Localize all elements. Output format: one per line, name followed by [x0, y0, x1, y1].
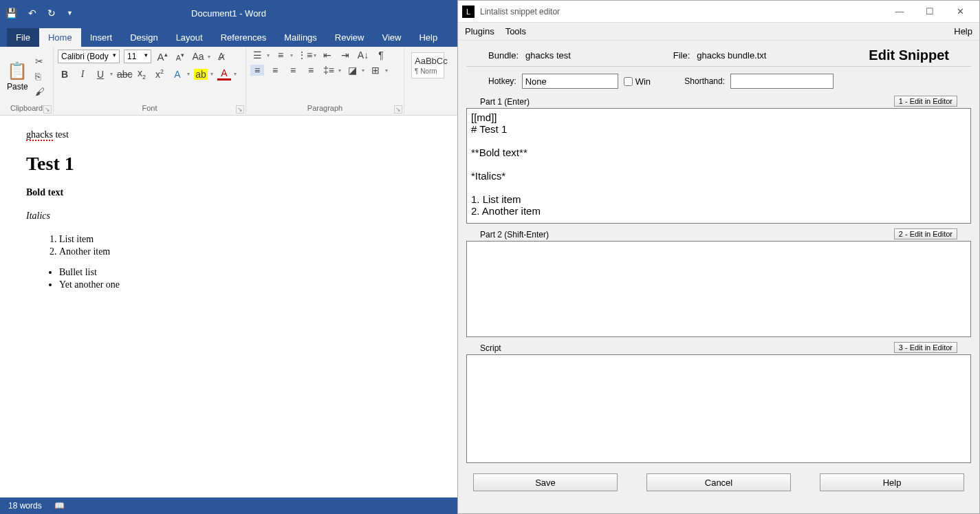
doc-line: ghacks test	[26, 129, 431, 140]
cut-icon[interactable]: ✂	[35, 56, 45, 67]
part2-section: Part 2 (Shift-Enter) 2 - Edit in Editor	[466, 228, 971, 339]
font-color-button[interactable]: A	[217, 67, 231, 81]
clear-format-icon[interactable]: A̷	[215, 51, 228, 62]
shading-button[interactable]: ◪	[345, 65, 359, 76]
underline-button[interactable]: U	[94, 69, 107, 80]
list-item: Another item	[59, 246, 431, 257]
lintalist-titlebar: L Lintalist snippet editor — ☐ ✕	[458, 1, 979, 23]
lintalist-menubar: Plugins Tools Help	[458, 23, 979, 41]
superscript-button[interactable]: x2	[153, 68, 166, 80]
ribbon-group-styles: AaBbCc ¶ Norm	[404, 47, 447, 115]
lintalist-header: Bundle: ghacks test File: ghacks bundle.…	[466, 41, 971, 67]
script-edit-button[interactable]: 3 - Edit in Editor	[894, 342, 957, 353]
list-item: Bullet list	[59, 267, 431, 278]
doc-heading: Test 1	[26, 153, 431, 175]
font-name-select[interactable]: Calibri (Body▾	[58, 50, 120, 63]
tab-view[interactable]: View	[373, 28, 410, 47]
word-document[interactable]: ghacks test Test 1 Bold text Italics Lis…	[0, 116, 457, 497]
cancel-button[interactable]: Cancel	[646, 473, 791, 491]
minimize-button[interactable]: —	[884, 2, 915, 21]
menu-plugins[interactable]: Plugins	[465, 26, 494, 36]
menu-help[interactable]: Help	[954, 26, 972, 36]
hotkey-input[interactable]	[522, 74, 618, 89]
font-launcher-icon[interactable]: ↘	[236, 105, 244, 114]
tab-layout[interactable]: Layout	[167, 28, 212, 47]
text-effects-button[interactable]: A	[171, 69, 184, 80]
file-label: File:	[673, 50, 690, 61]
align-right-button[interactable]: ≡	[286, 65, 300, 76]
list-item: Yet another one	[59, 279, 431, 290]
doc-bold-text: Bold text	[26, 187, 431, 198]
style-normal[interactable]: AaBbCc ¶ Norm	[411, 52, 444, 78]
font-size-select[interactable]: 11▾	[124, 50, 151, 63]
tab-file[interactable]: File	[7, 28, 39, 47]
word-titlebar: 💾 ↶ ↻ ▼ Document1 - Word	[0, 0, 457, 26]
part1-edit-button[interactable]: 1 - Edit in Editor	[894, 96, 957, 107]
paste-button[interactable]: 📋 Paste	[4, 60, 31, 93]
clipboard-launcher-icon[interactable]: ↘	[43, 105, 52, 114]
doc-italic-text: Italics	[26, 211, 431, 222]
part1-textarea[interactable]	[466, 108, 971, 224]
save-button[interactable]: Save	[473, 473, 618, 491]
bold-button[interactable]: B	[58, 69, 72, 80]
menu-tools[interactable]: Tools	[505, 26, 526, 36]
part1-section: Part 1 (Enter) 1 - Edit in Editor	[466, 96, 971, 226]
script-section: Script 3 - Edit in Editor	[466, 342, 971, 465]
maximize-button[interactable]: ☐	[915, 2, 945, 21]
borders-button[interactable]: ⊞	[369, 65, 382, 76]
tab-insert[interactable]: Insert	[81, 28, 122, 47]
line-spacing-button[interactable]: ‡≡	[322, 65, 336, 76]
justify-button[interactable]: ≡	[304, 65, 318, 76]
help-button[interactable]: Help	[820, 473, 964, 491]
edit-snippet-heading: Edit Snippet	[869, 47, 949, 63]
tab-references[interactable]: References	[212, 28, 275, 47]
part2-edit-button[interactable]: 2 - Edit in Editor	[894, 228, 957, 239]
part1-label: Part 1 (Enter)	[480, 97, 530, 107]
strike-button[interactable]: abc	[117, 69, 131, 80]
clipboard-icon: 📋	[7, 61, 28, 81]
change-case-button[interactable]: Aa	[191, 51, 205, 62]
numbering-button[interactable]: ≡	[274, 50, 287, 61]
bullets-button[interactable]: ☰	[250, 50, 264, 61]
save-icon[interactable]: 💾	[6, 8, 17, 19]
undo-icon[interactable]: ↶	[28, 8, 36, 19]
tab-review[interactable]: Review	[326, 28, 373, 47]
lintalist-footer: Save Cancel Help	[458, 465, 979, 502]
ribbon-group-font: Calibri (Body▾ 11▾ A▴ A▾ Aa▾ A̷ B I U▾ a…	[54, 47, 246, 115]
tab-mailings[interactable]: Mailings	[275, 28, 326, 47]
bundle-value: ghacks test	[525, 50, 571, 61]
inc-indent-button[interactable]: ⇥	[338, 50, 352, 61]
sort-button[interactable]: A↓	[356, 50, 370, 61]
spellcheck-icon[interactable]: 📖	[54, 501, 65, 511]
format-painter-icon[interactable]: 🖌	[35, 86, 45, 97]
align-center-button[interactable]: ≡	[268, 65, 282, 76]
dec-indent-button[interactable]: ⇤	[320, 50, 334, 61]
lintalist-title: Lintalist snippet editor	[480, 7, 884, 17]
italic-button[interactable]: I	[76, 69, 89, 80]
word-window: 💾 ↶ ↻ ▼ Document1 - Word File Home Inser…	[0, 0, 457, 514]
multilevel-button[interactable]: ⋮≡	[297, 50, 311, 61]
tab-home[interactable]: Home	[39, 28, 81, 47]
qat-dropdown-icon[interactable]: ▼	[67, 10, 73, 17]
tab-design[interactable]: Design	[121, 28, 166, 47]
lintalist-window: L Lintalist snippet editor — ☐ ✕ Plugins…	[457, 0, 980, 514]
shorthand-input[interactable]	[730, 74, 834, 89]
word-count[interactable]: 18 words	[8, 501, 42, 511]
tab-help[interactable]: Help	[410, 28, 446, 47]
ribbon-group-clipboard: 📋 Paste ✂ ⎘ 🖌 Clipboard ↘	[0, 47, 54, 115]
paragraph-launcher-icon[interactable]: ↘	[394, 105, 402, 114]
align-left-button[interactable]: ≡	[250, 65, 264, 76]
script-textarea[interactable]	[466, 354, 971, 463]
highlight-button[interactable]: ab	[194, 69, 208, 80]
shrink-font-button[interactable]: A▾	[173, 52, 187, 62]
part2-textarea[interactable]	[466, 241, 971, 337]
grow-font-button[interactable]: A▴	[155, 51, 169, 63]
show-marks-button[interactable]: ¶	[374, 50, 388, 61]
doc-ordered-list: List item Another item	[59, 234, 431, 257]
redo-icon[interactable]: ↻	[47, 8, 56, 19]
hotkey-row: Hotkey: Win Shorthand:	[466, 67, 971, 93]
subscript-button[interactable]: x2	[135, 67, 149, 81]
copy-icon[interactable]: ⎘	[35, 71, 45, 82]
win-checkbox[interactable]: Win	[624, 76, 651, 87]
close-button[interactable]: ✕	[945, 2, 975, 21]
